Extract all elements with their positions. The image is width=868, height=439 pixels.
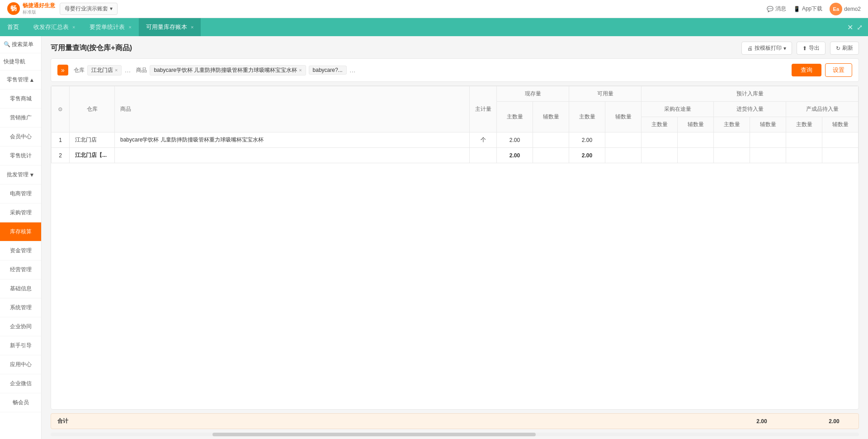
refresh-btn[interactable]: ↻ 刷新 xyxy=(830,42,859,55)
message-btn[interactable]: 💬 消息 xyxy=(767,5,786,13)
app-download-label: App下载 xyxy=(802,5,822,13)
warehouse-filter-label: 仓库 xyxy=(74,66,85,74)
sidebar-item-retail-mgmt-label: 零售管理 xyxy=(7,76,28,84)
sidebar-item-system-mgmt-label: 系统管理 xyxy=(10,304,32,311)
sidebar-item-member[interactable]: 畅会员 xyxy=(0,393,41,412)
sidebar-item-purchase-mgmt-label: 采购管理 xyxy=(10,209,32,216)
export-icon: ⬆ xyxy=(802,45,807,52)
th-purchase-transit: 采购在途量 xyxy=(642,102,714,117)
goods-more-btn[interactable]: … xyxy=(349,66,356,74)
th-current-stock: 现存量 xyxy=(497,86,569,102)
header-actions: 🖨 按模板打印 ▾ ⬆ 导出 ↻ 刷新 xyxy=(741,42,859,55)
user-profile[interactable]: Ea demo2 xyxy=(830,3,861,15)
warehouse-filter-group: 仓库 江北门店 × … xyxy=(74,65,131,76)
sidebar-item-ecommerce-mgmt[interactable]: 电商管理 xyxy=(0,184,41,203)
th-available: 可用量 xyxy=(569,86,642,102)
filter-expand-btn[interactable]: » xyxy=(57,65,68,76)
warehouse-tag[interactable]: 江北门店 × xyxy=(87,65,122,76)
scroll-bar-thumb[interactable] xyxy=(212,433,536,436)
row2-finished-pending-aux xyxy=(822,148,859,163)
top-bar-left: 畅 畅捷通好生意 标准版 母婴行业演示账套 ▾ xyxy=(7,2,118,15)
row1-current-main: 2.00 xyxy=(497,132,533,148)
goods-tag-1-value: babycare学饮杯 儿童防摔防撞吸管杯重力球吸嘴杯宝宝水杯 xyxy=(154,66,297,74)
sidebar-search[interactable]: 🔍 搜索菜单 xyxy=(0,36,41,53)
sidebar-item-enterprise-wechat[interactable]: 企业微信 xyxy=(0,374,41,393)
sidebar-item-marketing[interactable]: 营销推广 xyxy=(0,109,41,127)
tab-receive-summary-label: 收发存汇总表 xyxy=(33,23,69,31)
th-inbound-pending-main: 主数量 xyxy=(714,117,750,132)
row2-available-aux xyxy=(605,148,642,163)
chevron-icon: ▲ xyxy=(29,77,35,83)
avatar: Ea xyxy=(830,3,842,15)
sidebar-item-member-center[interactable]: 会员中心 xyxy=(0,127,41,146)
th-forecast-inbound: 预计入库量 xyxy=(642,86,859,102)
goods-tag-1[interactable]: babycare学饮杯 儿童防摔防撞吸管杯重力球吸嘴杯宝宝水杯 × xyxy=(150,65,306,76)
sidebar-item-new-guide[interactable]: 新手引导 xyxy=(0,336,41,355)
th-inbound-pending: 进货待入量 xyxy=(714,102,786,117)
sidebar-item-retail-stats-label: 零售统计 xyxy=(10,152,32,159)
sidebar-item-ops-mgmt-label: 经营管理 xyxy=(10,266,32,273)
goods-tag-2[interactable]: babycare?... xyxy=(309,66,347,75)
print-icon: 🖨 xyxy=(747,45,753,52)
logo-text-group: 畅捷通好生意 标准版 xyxy=(23,2,55,15)
close-window-btn[interactable]: ✕ xyxy=(847,23,853,32)
page-title: 可用量查询(按仓库+商品) xyxy=(51,43,132,53)
logo-area: 畅 畅捷通好生意 标准版 xyxy=(7,2,55,15)
row1-finished-pending-aux xyxy=(822,132,859,148)
expand-icon: » xyxy=(61,66,65,74)
goods-filter-group: 商品 babycare学饮杯 儿童防摔防撞吸管杯重力球吸嘴杯宝宝水杯 × bab… xyxy=(136,65,355,76)
sidebar-item-ecommerce-mgmt-label: 电商管理 xyxy=(10,190,32,197)
sidebar-item-ops-mgmt[interactable]: 经营管理 xyxy=(0,260,41,279)
scroll-bar-area[interactable] xyxy=(51,433,859,436)
filter-right: 查询 设置 xyxy=(792,63,852,77)
sidebar-item-system-mgmt[interactable]: 系统管理 xyxy=(0,298,41,317)
row2-inbound-pending-aux xyxy=(750,148,786,163)
sidebar-item-finance-mgmt[interactable]: 资金管理 xyxy=(0,241,41,260)
warehouse-tag-remove[interactable]: × xyxy=(115,67,118,73)
sidebar-item-inventory-check[interactable]: 库存核算 xyxy=(0,222,41,241)
tab-available-stock-close[interactable]: × xyxy=(191,24,193,30)
th-settings[interactable]: ⚙ xyxy=(52,86,70,132)
sidebar-item-enterprise-coop[interactable]: 企业协同 xyxy=(0,317,41,336)
tab-available-stock-label: 可用量库存账本 xyxy=(146,23,187,31)
template-print-btn[interactable]: 🖨 按模板打印 ▾ xyxy=(741,42,792,55)
sidebar-item-retail-mall[interactable]: 零售商城 xyxy=(0,90,41,109)
setting-btn[interactable]: 设置 xyxy=(825,63,852,77)
row2-goods xyxy=(115,148,470,163)
th-finished-pending-aux: 辅数量 xyxy=(822,117,859,132)
export-btn[interactable]: ⬆ 导出 xyxy=(797,42,826,55)
sidebar-item-purchase-mgmt[interactable]: 采购管理 xyxy=(0,203,41,222)
th-inbound-pending-aux: 辅数量 xyxy=(750,117,786,132)
tab-order-stats-close[interactable]: × xyxy=(128,24,131,30)
row2-warehouse: 江北门店【... xyxy=(70,148,115,163)
tab-receive-summary-close[interactable]: × xyxy=(72,24,75,30)
tab-home[interactable]: 首页 xyxy=(0,18,26,36)
industry-selector[interactable]: 母婴行业演示账套 ▾ xyxy=(60,3,118,15)
warehouse-more-btn[interactable]: … xyxy=(124,66,131,74)
row2-purchase-transit-aux xyxy=(678,148,714,163)
summary-bar: 合计 2.00 2.00 xyxy=(51,413,859,429)
sidebar-item-basic-info[interactable]: 基础信息 xyxy=(0,279,41,298)
top-bar: 畅 畅捷通好生意 标准版 母婴行业演示账套 ▾ 💬 消息 📱 App下载 Ea … xyxy=(0,0,868,18)
data-table: ⚙ 仓库 商品 主计量 现存量 可用量 预计入库量 主数量 辅数量 主数量 辅数… xyxy=(51,86,859,163)
goods-tag-1-remove[interactable]: × xyxy=(299,67,302,73)
goods-filter-label: 商品 xyxy=(136,66,147,74)
sidebar-item-retail-stats[interactable]: 零售统计 xyxy=(0,146,41,165)
tab-order-stats[interactable]: 要货单统计表 × xyxy=(82,18,138,36)
sidebar-quick-nav[interactable]: 快捷导航 xyxy=(0,53,41,71)
sidebar-item-retail-mgmt[interactable]: 零售管理 ▲ xyxy=(0,71,41,90)
tab-receive-summary[interactable]: 收发存汇总表 × xyxy=(26,18,82,36)
warehouse-tag-value: 江北门店 xyxy=(91,66,113,74)
row1-available-main: 2.00 xyxy=(569,132,605,148)
filter-bar: » 仓库 江北门店 × … 商品 babycare学饮杯 儿童防摔防撞吸管杯重力… xyxy=(51,58,859,82)
sidebar-item-app-center[interactable]: 应用中心 xyxy=(0,355,41,374)
sidebar-item-member-center-label: 会员中心 xyxy=(10,133,32,140)
query-btn[interactable]: 查询 xyxy=(792,64,821,76)
sidebar-item-wholesale-mgmt[interactable]: 批发管理 ▼ xyxy=(0,165,41,184)
app-download-btn[interactable]: 📱 App下载 xyxy=(793,5,822,13)
sidebar-item-new-guide-label: 新手引导 xyxy=(10,342,32,349)
nav-tabs-right: ✕ ⤢ xyxy=(847,23,868,32)
page-header: 可用量查询(按仓库+商品) 🖨 按模板打印 ▾ ⬆ 导出 ↻ 刷新 xyxy=(42,36,868,58)
tab-available-stock[interactable]: 可用量库存账本 × xyxy=(139,18,201,36)
maximize-window-btn[interactable]: ⤢ xyxy=(857,23,863,32)
